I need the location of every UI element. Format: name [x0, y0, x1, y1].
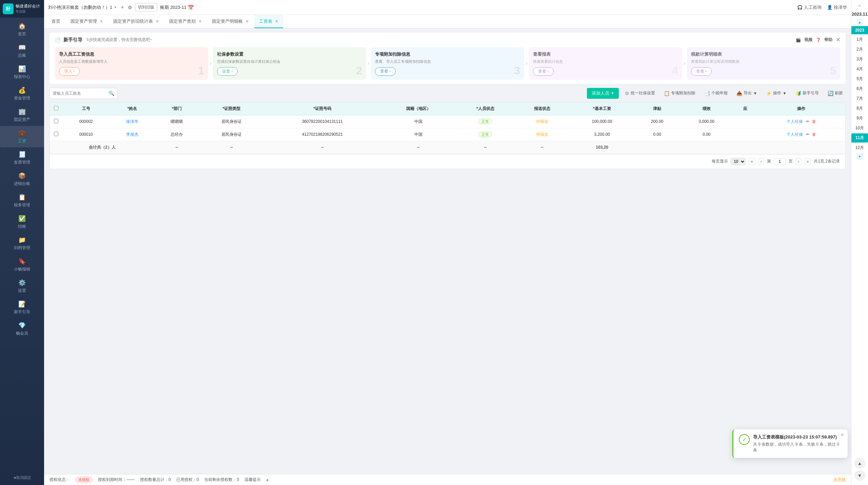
sidebar-item-settings[interactable]: ⚙️ 设置 [0, 276, 44, 297]
calendar-month-7[interactable]: 7月 [851, 94, 868, 103]
tab-fixed-category[interactable]: 固定资产类别 ✕ [164, 15, 206, 28]
tab-depreciation-close[interactable]: ✕ [156, 19, 159, 24]
calendar-month-12[interactable]: 12月 [851, 143, 868, 152]
next-page-btn[interactable]: › [795, 158, 802, 165]
panel-up-btn[interactable]: ▲ [854, 458, 865, 469]
wizard-video-label[interactable]: 视频 [804, 37, 812, 43]
sidebar-item-vip[interactable]: 💎 畅会员 [0, 318, 44, 340]
export-btn[interactable]: 📤 导出 ▼ [734, 89, 760, 97]
calendar-month-6[interactable]: 6月 [851, 84, 868, 93]
select-all-checkbox[interactable] [54, 106, 58, 110]
tab-home[interactable]: 首页 [47, 15, 65, 28]
tax-report-btn[interactable]: 📑 个税申报 [702, 89, 730, 97]
operations-btn[interactable]: ⚡ 操作 ▼ [763, 89, 789, 97]
page-size-select[interactable]: 10 20 50 [731, 158, 746, 165]
row2-edit-icon[interactable]: ✏ [806, 132, 809, 137]
panel-down-btn[interactable]: ▼ [854, 470, 865, 481]
calendar-month-1[interactable]: 1月 [851, 35, 868, 44]
tax-icon: 📋 [18, 193, 26, 201]
tab-fixed-category-close[interactable]: ✕ [198, 19, 202, 24]
cancel-fixed-btn[interactable]: ◄取消固定 [3, 473, 41, 482]
calendar-month-9[interactable]: 9月 [851, 114, 868, 123]
row2-status-badge: 正常 [478, 132, 492, 137]
row2-select-checkbox[interactable] [54, 132, 58, 136]
sidebar-item-guide[interactable]: 📝 新手引导 [0, 297, 44, 318]
calendar-up-btn[interactable]: ▲ [856, 19, 863, 25]
sidebar-item-tax[interactable]: 📋 税务管理 [0, 190, 44, 211]
calendar-month-10[interactable]: 10月 [851, 124, 868, 133]
sidebar-item-expense[interactable]: 🔖 小畅报销 [0, 254, 44, 276]
row2-name-link[interactable]: 李俊杰 [126, 132, 138, 137]
sidebar-item-fixed[interactable]: 🏢 固定资产 [0, 105, 44, 126]
current-page-input[interactable] [774, 158, 786, 165]
tab-fixed-detail[interactable]: 固定资产明细账 ✕ [207, 15, 254, 28]
row1-select-checkbox[interactable] [54, 119, 58, 123]
period-selector[interactable]: 账期 2023-11 📅 [160, 4, 194, 11]
calendar-month-3[interactable]: 3月 [851, 55, 868, 64]
tab-payroll[interactable]: 工资表 ✕ [254, 15, 283, 28]
calendar-month-11[interactable]: 11月 [851, 133, 868, 143]
social-insurance-btn[interactable]: ⚙ 统一社保设置 [622, 89, 658, 97]
invoice-icon: 🧾 [18, 151, 26, 158]
sidebar-item-reports[interactable]: 📊 报表中心 [0, 62, 44, 83]
user-menu[interactable]: 👤 徐泽华 [827, 4, 847, 11]
wizard-close-btn[interactable]: ✕ [836, 37, 840, 43]
search-input[interactable] [53, 91, 106, 96]
special-deduct-btn[interactable]: 📋 专项附加扣除 [661, 89, 698, 97]
sidebar-item-close[interactable]: ✅ 结账 [0, 211, 44, 233]
calendar-down-btn[interactable]: ▼ [856, 153, 863, 160]
add-account-btn[interactable]: ＋ [120, 4, 125, 11]
wizard-step-5-btn[interactable]: 查看 › [691, 67, 712, 76]
new-guide-btn[interactable]: 🔰 新手引导 [793, 89, 822, 97]
calendar-year-label[interactable]: 2023 [851, 26, 868, 34]
calendar-month-2[interactable]: 2月 [851, 45, 868, 54]
archive-icon: 📁 [18, 236, 26, 244]
page-label: 第 [767, 158, 771, 164]
wizard-help-label[interactable]: 帮助 [824, 37, 832, 43]
sidebar-item-archive[interactable]: 📁 归档管理 [0, 233, 44, 254]
last-page-btn[interactable]: » [804, 158, 811, 165]
row1-delete-icon[interactable]: 🗑 [812, 119, 816, 124]
wizard-step-2-btn[interactable]: 设置 › [217, 67, 238, 76]
calendar-month-5[interactable]: 5月 [851, 74, 868, 83]
right-panel-expand-icon[interactable]: « [851, 1, 868, 10]
search-icon[interactable]: 🔍 [108, 91, 114, 96]
calendar-month-4[interactable]: 4月 [851, 64, 868, 74]
sidebar-item-home[interactable]: 🏠 首页 [0, 19, 44, 40]
row1-social-insurance-link[interactable]: 个人社保 [787, 119, 803, 124]
wizard-step-3-btn[interactable]: 查看 › [375, 67, 396, 76]
col-allowance: 津贴 [635, 102, 680, 115]
tab-fixed-assets[interactable]: 固定资产管理 ✕ [66, 15, 108, 28]
row1-status: 正常 [456, 115, 515, 128]
refresh-btn[interactable]: 🔄 刷新 [825, 89, 846, 97]
ai-consult-btn[interactable]: 🎧 人工咨询 [797, 4, 822, 11]
row1-name-link[interactable]: 徐泽华 [126, 119, 138, 124]
row2-delete-icon[interactable]: 🗑 [812, 132, 816, 137]
prev-page-btn[interactable]: ‹ [758, 158, 764, 165]
switch-version-btn[interactable]: 切到旧版 [135, 3, 157, 12]
tab-depreciation[interactable]: 固定资产折旧统计表 ✕ [108, 15, 164, 28]
sidebar-item-invoice[interactable]: 🧾 发票管理 [0, 147, 44, 169]
wizard-arrow-4: › [682, 47, 687, 80]
row2-report-status-badge: 待报送 [536, 132, 548, 137]
tab-fixed-detail-close[interactable]: ✕ [245, 19, 249, 24]
row1-edit-icon[interactable]: ✏ [806, 119, 809, 124]
account-selector[interactable]: 刘小艳演示账套（勿删勿动！）1 ▼ [48, 4, 117, 11]
sidebar-item-inventory[interactable]: 📦 进销台账 [0, 169, 44, 190]
sidebar-item-ledger[interactable]: 📖 总账 [0, 40, 44, 62]
row2-social-insurance-link[interactable]: 个人社保 [787, 132, 803, 137]
wizard-step-1-btn[interactable]: 导入 › [59, 67, 80, 76]
calendar-month-8[interactable]: 8月 [851, 104, 868, 113]
first-page-btn[interactable]: « [748, 158, 755, 165]
wizard-step-4-btn[interactable]: 查看 › [533, 67, 554, 76]
summary-dash-10 [757, 141, 845, 154]
tab-payroll-close[interactable]: ✕ [275, 19, 278, 24]
col-base-salary: *基本工资 [570, 102, 635, 115]
toast-close-btn[interactable]: ✕ [840, 432, 844, 437]
add-person-btn[interactable]: 添加人员 ▼ [587, 88, 619, 99]
topup-link[interactable]: 去充值 [833, 477, 846, 483]
sidebar-item-payroll[interactable]: 💼 工资 [0, 126, 44, 147]
account-settings-btn[interactable]: ⚙ [128, 5, 132, 10]
sidebar-item-funds[interactable]: 💰 资金管理 [0, 83, 44, 105]
tab-fixed-assets-close[interactable]: ✕ [100, 19, 103, 24]
